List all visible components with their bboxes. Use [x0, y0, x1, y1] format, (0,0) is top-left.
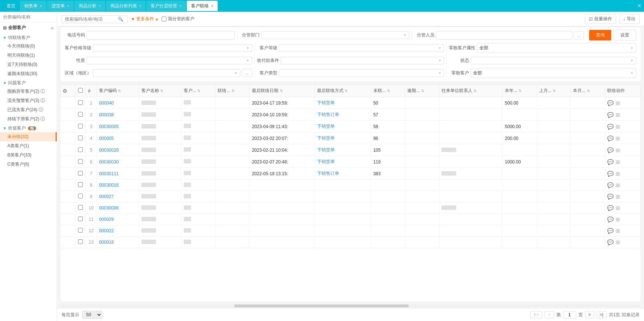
- more-action-icon[interactable]: ⊞: [616, 182, 620, 188]
- row-code[interactable]: 000022: [97, 225, 139, 237]
- row-code[interactable]: 000018: [97, 237, 139, 248]
- row-checkbox[interactable]: [78, 159, 83, 164]
- sidebar-item-declining[interactable]: 持续下滑客户(2) ⓘ: [0, 114, 57, 124]
- filter-select-retail-attr[interactable]: 全部 ▼: [477, 43, 636, 53]
- contact-icon[interactable]: 💬: [607, 124, 613, 130]
- settings-icon[interactable]: ⚙: [63, 88, 67, 94]
- row-checkbox[interactable]: [78, 100, 83, 105]
- col-overdue[interactable]: 逾期... ⇅: [405, 85, 439, 97]
- more-action-icon[interactable]: ⊞: [616, 147, 620, 153]
- pending-contact-category[interactable]: ▼ 待联络客户: [0, 33, 57, 42]
- sidebar-item-class-a[interactable]: A类客户(1): [0, 141, 57, 151]
- sidebar-search-input[interactable]: [3, 14, 57, 20]
- sidebar-item-ungroup[interactable]: 未分组(32): [0, 132, 57, 141]
- row-checkbox[interactable]: [78, 182, 83, 187]
- tab-purchase[interactable]: 进货单 ×: [47, 1, 74, 11]
- export-button[interactable]: ↓ 导出: [619, 14, 640, 24]
- row-checkbox[interactable]: [78, 124, 83, 128]
- last-method-link[interactable]: 下销货单: [317, 147, 335, 152]
- col-person[interactable]: 往来单位联系人 ⇅: [439, 85, 502, 97]
- contact-icon[interactable]: 💬: [607, 228, 613, 234]
- more-action-icon[interactable]: ⊞: [616, 124, 620, 130]
- more-action-icon[interactable]: ⊞: [616, 216, 620, 222]
- nav-home[interactable]: 首页: [3, 3, 19, 9]
- customer-code-link[interactable]: 000005: [99, 136, 114, 141]
- col-contact[interactable]: 联络... ⇅: [215, 85, 250, 97]
- more-action-icon[interactable]: ⊞: [616, 194, 620, 200]
- per-page-select[interactable]: 50 100: [82, 311, 102, 319]
- last-page-btn[interactable]: >|: [597, 311, 607, 318]
- batch-operation-button[interactable]: ☑ 批量操作: [585, 14, 616, 24]
- contact-icon[interactable]: 💬: [607, 216, 613, 222]
- contact-icon[interactable]: 💬: [607, 171, 613, 177]
- sidebar-item-tomorrow[interactable]: 明天待联络(1): [0, 51, 57, 60]
- row-checkbox[interactable]: [78, 194, 83, 198]
- scrollbar-thumb[interactable]: [234, 304, 408, 307]
- customer-code-link[interactable]: 000022: [99, 228, 114, 233]
- close-purchase-icon[interactable]: ×: [67, 4, 69, 8]
- problem-customers-category[interactable]: ▼ 问题客户: [0, 78, 57, 87]
- more-action-icon[interactable]: ⊞: [616, 135, 620, 141]
- row-code[interactable]: 00030030: [97, 156, 139, 168]
- filter-select-retail[interactable]: 全部 ▼: [471, 68, 636, 78]
- next-page-btn[interactable]: >: [585, 311, 594, 318]
- contact-icon[interactable]: 💬: [607, 159, 613, 165]
- more-action-icon[interactable]: ⊞: [616, 159, 620, 165]
- filter-search-icon[interactable]: 🔍: [118, 17, 123, 22]
- contact-icon[interactable]: 💬: [607, 194, 613, 200]
- customer-code-link[interactable]: 00030005: [99, 124, 119, 129]
- last-method-link[interactable]: 下销售订单: [317, 171, 339, 176]
- customer-code-link[interactable]: 000029: [99, 217, 114, 222]
- customer-code-link[interactable]: 000027: [99, 194, 114, 199]
- customer-code-link[interactable]: 00030030: [99, 159, 119, 165]
- row-code[interactable]: 000029: [97, 214, 139, 225]
- customer-code-link[interactable]: 00030006: [99, 205, 119, 211]
- row-checkbox[interactable]: [78, 171, 83, 176]
- sidebar-item-churn-warning[interactable]: 流失预警客户(3) ⓘ: [0, 96, 57, 105]
- close-customer-segment-icon[interactable]: ×: [179, 4, 182, 8]
- col-settings[interactable]: ⚙: [60, 85, 75, 97]
- last-method-link[interactable]: 下销货单: [317, 124, 335, 129]
- row-checkbox[interactable]: [78, 135, 83, 140]
- last-method-link[interactable]: 下销货单: [317, 100, 335, 105]
- row-checkbox[interactable]: [78, 147, 83, 152]
- filter-select-payment[interactable]: ▼: [281, 57, 444, 64]
- row-code[interactable]: 000005: [97, 133, 139, 144]
- query-button[interactable]: 查询: [589, 30, 611, 40]
- more-action-icon[interactable]: ⊞: [616, 112, 620, 118]
- filter-select-ctype[interactable]: ▼: [279, 69, 444, 77]
- row-checkbox[interactable]: [78, 239, 83, 244]
- row-code[interactable]: 000040: [97, 97, 139, 109]
- sidebar-item-abnormal[interactable]: 囤购异常客户(2) ⓘ: [0, 87, 57, 96]
- row-checkbox[interactable]: [78, 112, 83, 117]
- sidebar-item-churned[interactable]: 已流失客户(24) ⓘ: [0, 105, 57, 114]
- filter-select-dept[interactable]: ▼: [261, 31, 409, 39]
- customer-code-link[interactable]: 000018: [99, 240, 114, 245]
- filter-select-status[interactable]: ▼: [471, 57, 636, 64]
- close-product-analysis-icon[interactable]: ×: [99, 4, 101, 8]
- close-product-analysis-list-icon[interactable]: ×: [139, 4, 141, 8]
- row-code[interactable]: 00030028: [97, 144, 139, 156]
- my-customers-checkbox[interactable]: [162, 17, 166, 21]
- filter-search-box[interactable]: 🔍: [61, 15, 128, 23]
- col-this-month[interactable]: 本月... ⇅: [571, 85, 605, 97]
- prev-page-btn[interactable]: <: [545, 311, 554, 318]
- tab-customer-contact[interactable]: 客户联络 ×: [187, 1, 218, 11]
- more-action-icon[interactable]: ⊞: [616, 171, 620, 177]
- more-action-icon[interactable]: ⊞: [616, 205, 620, 211]
- col-type[interactable]: 客户... ⇅: [181, 85, 215, 97]
- customer-code-link[interactable]: 00030028: [99, 148, 119, 153]
- more-action-icon[interactable]: ⊞: [616, 228, 620, 234]
- sidebar-item-class-c[interactable]: C类客户(6): [0, 160, 57, 169]
- filter-select-customer-level[interactable]: ▼: [279, 44, 444, 52]
- first-page-btn[interactable]: K<: [530, 311, 542, 318]
- contact-icon[interactable]: 💬: [607, 205, 613, 211]
- filter-person-ellipsis-btn[interactable]: ...: [574, 31, 584, 39]
- reset-button[interactable]: 设置: [613, 30, 636, 40]
- col-last-month[interactable]: 上月... ⇅: [536, 85, 571, 97]
- value-customers-category[interactable]: ▼ 价值客户 🔄: [0, 124, 57, 132]
- window-close-icon[interactable]: ×: [638, 3, 641, 9]
- row-checkbox[interactable]: [78, 228, 83, 233]
- last-method-link[interactable]: 下销货单: [317, 159, 335, 164]
- contact-icon[interactable]: 💬: [607, 239, 613, 245]
